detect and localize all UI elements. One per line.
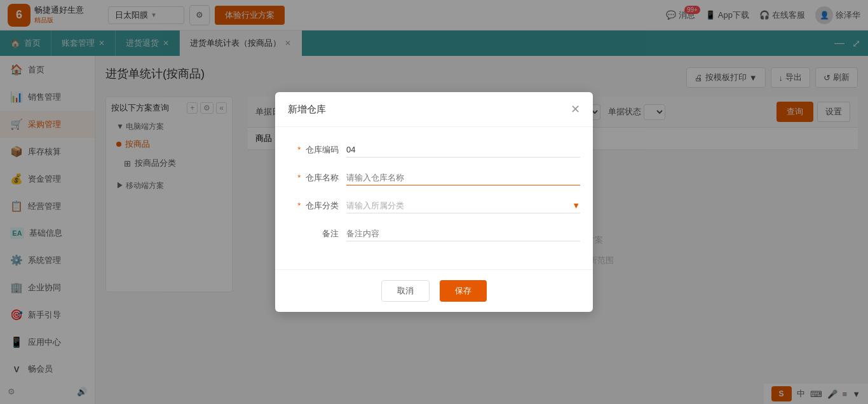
category-select-wrap[interactable]: 请输入所属分类 ▼ <box>346 198 580 213</box>
form-row-code: * 仓库编码 <box>288 142 580 158</box>
form-row-name: * 仓库名称 <box>288 170 580 185</box>
modal-overlay[interactable]: 新增仓库 ✕ * 仓库编码 * 仓库名称 <box>0 0 868 404</box>
category-dropdown-arrow: ▼ <box>572 201 580 210</box>
warehouse-code-input[interactable] <box>346 142 580 158</box>
warehouse-name-input[interactable] <box>346 170 580 185</box>
remark-input[interactable] <box>346 226 580 241</box>
dialog-body: * 仓库编码 * 仓库名称 * 仓库分类 <box>275 127 593 269</box>
category-label: * 仓库分类 <box>288 200 339 212</box>
new-warehouse-dialog: 新增仓库 ✕ * 仓库编码 * 仓库名称 <box>275 92 593 312</box>
remark-label: 备注 <box>288 228 339 239</box>
dialog-footer: 取消 保存 <box>275 269 593 312</box>
cancel-button[interactable]: 取消 <box>381 280 430 302</box>
name-label: * 仓库名称 <box>288 172 339 184</box>
save-button[interactable]: 保存 <box>440 280 487 302</box>
dialog-close-button[interactable]: ✕ <box>571 102 580 116</box>
form-row-category: * 仓库分类 请输入所属分类 ▼ <box>288 198 580 213</box>
code-label: * 仓库编码 <box>288 144 339 156</box>
category-select[interactable]: 请输入所属分类 <box>346 201 580 210</box>
dialog-header: 新增仓库 ✕ <box>275 92 593 127</box>
dialog-title: 新增仓库 <box>288 104 326 116</box>
form-row-remark: 备注 <box>288 226 580 241</box>
